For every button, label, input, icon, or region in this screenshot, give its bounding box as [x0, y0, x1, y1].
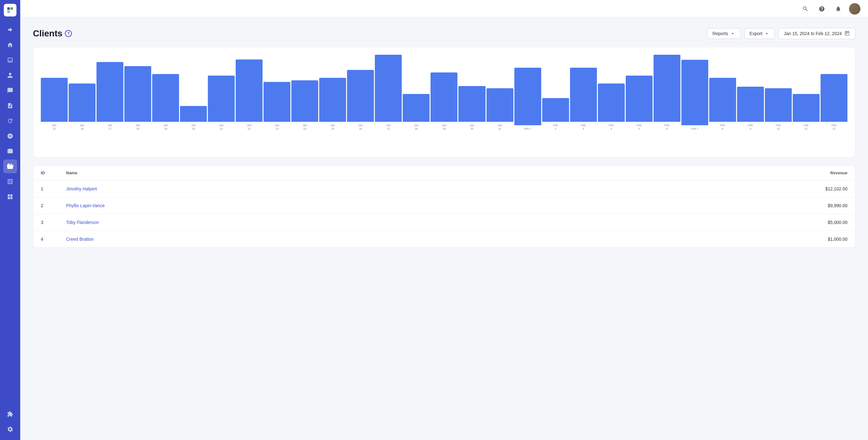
bar[interactable]	[41, 78, 68, 122]
bar-label: Feb3	[581, 124, 586, 131]
table-row[interactable]: 1 Jimothy Halpert $12,102.00	[33, 181, 855, 197]
bar[interactable]	[69, 84, 96, 122]
bar-group[interactable]: Jan20	[180, 55, 207, 131]
bar-group[interactable]: Jan25	[319, 55, 346, 131]
bar[interactable]	[291, 80, 318, 122]
bar-group[interactable]: Jan29	[431, 55, 457, 131]
cell-name[interactable]: Jimothy Halpert	[66, 186, 797, 191]
bar-group[interactable]: Feb9	[737, 55, 764, 131]
avatar-image	[849, 3, 860, 14]
bar[interactable]	[180, 106, 207, 122]
search-icon-btn[interactable]	[800, 3, 811, 14]
bar-label: Feb 7	[691, 127, 699, 131]
bar[interactable]	[208, 75, 235, 122]
bar-group[interactable]: Feb11	[793, 55, 819, 131]
sidebar-item-home[interactable]	[3, 38, 17, 52]
bar[interactable]	[681, 60, 708, 125]
bar[interactable]	[765, 88, 792, 122]
sidebar-item-inbox[interactable]	[3, 53, 17, 67]
bar[interactable]	[820, 74, 847, 122]
bar[interactable]	[654, 55, 680, 122]
sidebar-item-forward[interactable]	[3, 23, 17, 37]
bar-group[interactable]: Jan17	[96, 55, 123, 131]
date-range-picker[interactable]: Jan 15, 2024 to Feb 12, 2024	[778, 28, 855, 39]
bar-group[interactable]: Feb 7	[681, 55, 708, 131]
bar[interactable]	[487, 88, 514, 122]
bar-group[interactable]: Jan27	[375, 55, 402, 131]
help-badge[interactable]: ?	[65, 30, 72, 37]
bar-group[interactable]: Jan22	[236, 55, 262, 131]
bar[interactable]	[375, 55, 402, 122]
bar[interactable]	[458, 86, 485, 122]
bar-group[interactable]: Feb 1	[514, 55, 541, 131]
sidebar-item-document[interactable]	[3, 99, 17, 113]
sidebar-item-plugin[interactable]	[3, 407, 17, 421]
sidebar-item-grid[interactable]	[3, 190, 17, 204]
bar[interactable]	[737, 87, 764, 122]
bar[interactable]	[542, 98, 569, 122]
bar-group[interactable]: Feb6	[654, 55, 680, 131]
cell-revenue: $12,102.00	[797, 186, 847, 191]
bar[interactable]	[570, 68, 597, 122]
reports-dropdown[interactable]: Reports	[707, 28, 741, 39]
bar-group[interactable]: Jan18	[124, 55, 151, 131]
table-header: ID Name Revenue	[33, 165, 855, 181]
notifications-icon-btn[interactable]	[833, 3, 844, 14]
table-row[interactable]: 4 Creed Bratton $1,000.00	[33, 231, 855, 247]
bar-group[interactable]: Feb8	[709, 55, 736, 131]
bar[interactable]	[264, 82, 290, 122]
cell-name[interactable]: Creed Bratton	[66, 237, 797, 242]
bar-group[interactable]: Jan15	[41, 55, 68, 131]
bar-group[interactable]: Jan30	[458, 55, 485, 131]
bar[interactable]	[124, 66, 151, 122]
bar[interactable]	[431, 72, 457, 122]
sidebar-item-refresh[interactable]	[3, 114, 17, 128]
bar-group[interactable]: Jan26	[347, 55, 374, 131]
bar[interactable]	[598, 84, 625, 122]
bar-group[interactable]: Feb4	[598, 55, 625, 131]
bar-group[interactable]: Jan19	[152, 55, 179, 131]
bar-label: Feb11	[804, 124, 809, 131]
bar[interactable]	[793, 94, 819, 122]
table-row[interactable]: 2 Phyllis Lapin-Vance $9,990.00	[33, 197, 855, 214]
sidebar-item-contacts[interactable]	[3, 68, 17, 82]
bar-group[interactable]: Jan23	[264, 55, 290, 131]
cell-name[interactable]: Phyllis Lapin-Vance	[66, 203, 797, 208]
bar-group[interactable]: Feb10	[765, 55, 792, 131]
sidebar-item-clients[interactable]	[3, 159, 17, 174]
bar[interactable]	[96, 62, 123, 122]
bar[interactable]	[152, 74, 179, 122]
sidebar-item-table[interactable]	[3, 175, 17, 189]
avatar[interactable]	[849, 3, 860, 14]
sidebar-item-integrations[interactable]	[3, 129, 17, 143]
bar[interactable]	[514, 68, 541, 125]
bar[interactable]	[626, 75, 653, 122]
app-logo[interactable]	[4, 4, 17, 17]
export-dropdown[interactable]: Export	[744, 28, 775, 39]
bar[interactable]	[403, 94, 430, 122]
chevron-down-icon-2	[764, 31, 769, 36]
bar[interactable]	[319, 78, 346, 122]
bar-group[interactable]: Feb2	[542, 55, 569, 131]
table-row[interactable]: 3 Toby Flanderson $5,000.00	[33, 214, 855, 231]
help-icon-btn[interactable]	[816, 3, 828, 14]
bar-group[interactable]: Feb5	[626, 55, 653, 131]
bar-group[interactable]: Jan21	[208, 55, 235, 131]
bar-label: Jan23	[275, 124, 280, 131]
bar-label: Jan15	[52, 124, 57, 131]
bar-group[interactable]: Feb12	[820, 55, 847, 131]
sidebar-item-chat[interactable]	[3, 84, 17, 97]
bar[interactable]	[347, 70, 374, 122]
bar-group[interactable]: Feb3	[570, 55, 597, 131]
bar[interactable]	[709, 78, 736, 122]
sidebar-item-deals[interactable]	[3, 144, 17, 158]
export-label: Export	[750, 31, 762, 36]
bar-label: Jan24	[303, 124, 307, 131]
bar-group[interactable]: Jan16	[69, 55, 96, 131]
bar-group[interactable]: Jan31	[487, 55, 514, 131]
bar-group[interactable]: Jan28	[403, 55, 430, 131]
bar[interactable]	[236, 60, 262, 122]
bar-group[interactable]: Jan24	[291, 55, 318, 131]
sidebar-item-settings[interactable]	[3, 422, 17, 436]
cell-name[interactable]: Toby Flanderson	[66, 220, 797, 225]
